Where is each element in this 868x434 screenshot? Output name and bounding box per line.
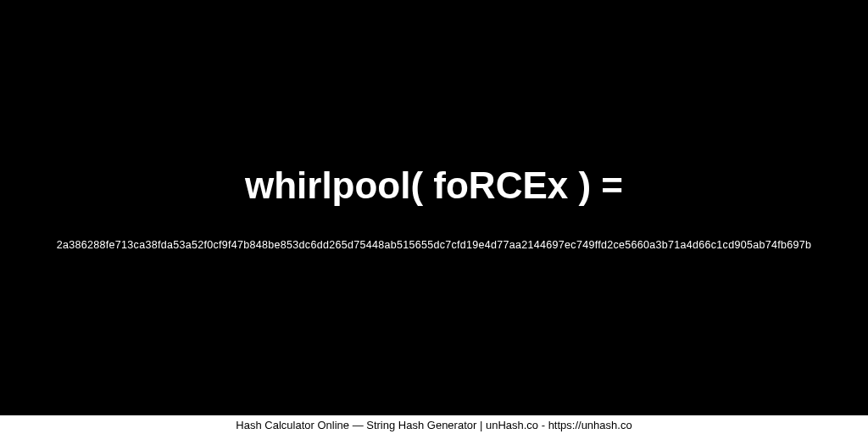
footer-text: Hash Calculator Online — String Hash Gen… xyxy=(236,419,632,431)
hash-output: 2a386288fe713ca38fda53a52f0cf9f47b848be8… xyxy=(57,239,811,251)
hash-expression: whirlpool( foRCEx ) = xyxy=(245,164,623,207)
main-content: whirlpool( foRCEx ) = 2a386288fe713ca38f… xyxy=(0,0,868,415)
footer-bar: Hash Calculator Online — String Hash Gen… xyxy=(0,415,868,434)
